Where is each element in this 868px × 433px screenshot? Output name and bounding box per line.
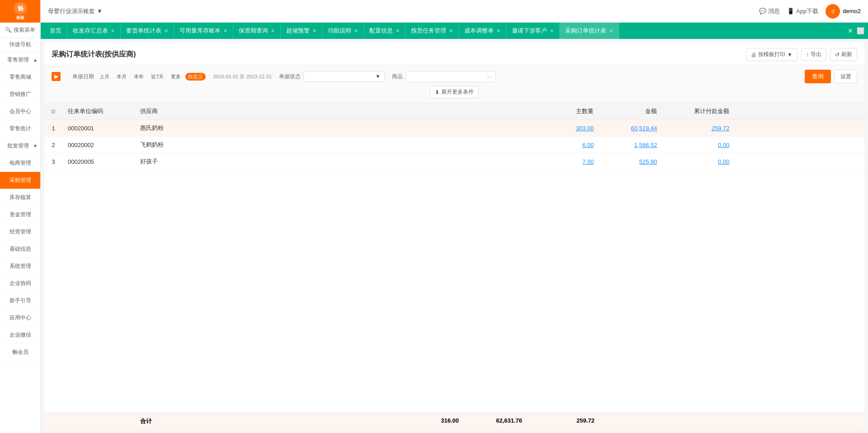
sidebar-item-retail-stat[interactable]: 零售统计: [0, 120, 40, 138]
tab-purchase-stat-close[interactable]: ✕: [609, 28, 613, 34]
tab-goods-stat-close[interactable]: ✕: [164, 28, 168, 34]
table-row: 3 00020005 好孩子 7.00 525.80 0.00: [44, 153, 864, 170]
row-2-supplier-name: 飞鹤奶粉: [135, 137, 545, 153]
tab-receive-pay-label: 收发存汇总表: [73, 27, 108, 35]
sidebar-purchase-label: 采购管理: [3, 176, 38, 184]
message-action[interactable]: 💬 消息: [759, 7, 780, 15]
sidebar-item-purchase[interactable]: 采购管理: [0, 172, 40, 189]
tab-pick-task[interactable]: 拣货任务管理 ✕: [406, 23, 459, 39]
filter-expand-toggle[interactable]: ▶: [52, 72, 61, 81]
row-1-paid: 259.72: [662, 120, 735, 137]
settings-button[interactable]: 设置: [835, 70, 857, 83]
table-row: 1 00020001 惠氏奶粉 303.00 60,519.44 259.72: [44, 120, 864, 137]
footer-label: 合计: [140, 417, 405, 425]
filter-goods-label: 商品: [392, 73, 403, 81]
tab-func-desc-close[interactable]: ✕: [354, 28, 358, 34]
tab-warranty[interactable]: 保质期查询 ✕: [233, 23, 281, 39]
sidebar-item-wholesale[interactable]: 批发管理 ▼: [0, 138, 40, 155]
col-extra-header: [735, 103, 864, 120]
tab-overstock[interactable]: 超储预警 ✕: [281, 23, 322, 39]
sidebar-item-membership[interactable]: 会员中心: [0, 103, 40, 120]
avatar: d: [826, 4, 840, 19]
date-btn-last-month[interactable]: 上月: [97, 72, 112, 81]
tab-cost-adj[interactable]: 成本调整单 ✕: [459, 23, 506, 39]
goods-input[interactable]: [410, 73, 487, 80]
row-1-supplier-name: 惠氏奶粉: [135, 120, 545, 137]
quick-nav-label: 快捷导航: [9, 41, 31, 48]
tab-overstock-close[interactable]: ✕: [312, 28, 316, 34]
tab-goods-stat-label: 要货单统计表: [126, 27, 161, 35]
date-custom-tag: 自定义: [185, 73, 206, 81]
tab-purchase-stat[interactable]: 采购订单统计表 ✕: [560, 23, 619, 39]
tab-pick-task-close[interactable]: ✕: [449, 28, 453, 34]
sidebar-item-retail-shop[interactable]: 零售商城: [0, 69, 40, 86]
tab-available-stock-close[interactable]: ✕: [223, 28, 227, 34]
date-btn-this-month[interactable]: 本月: [114, 72, 129, 81]
tab-warranty-close[interactable]: ✕: [271, 28, 275, 34]
template-dropdown-icon: ▼: [787, 52, 793, 58]
nav-tabs: 首页 收发存汇总表 ✕ 要货单统计表 ✕ 可用量库存账本 ✕ 保质期查询 ✕ 超…: [41, 23, 868, 39]
filter-goods-item: 商品 ···: [392, 71, 496, 82]
sidebar-marketing-label: 营销推广: [3, 90, 38, 98]
tab-home-label: 首页: [50, 27, 61, 35]
tab-config-label: 配置信息: [369, 27, 393, 35]
sidebar-item-enterprise[interactable]: 企业协同: [0, 275, 40, 292]
tab-available-stock[interactable]: 可用量库存账本 ✕: [174, 23, 233, 39]
expand-more-button[interactable]: ⬇ 展开更多条件: [430, 86, 479, 98]
date-btn-more[interactable]: 更多: [168, 72, 184, 81]
sidebar-item-wechat[interactable]: 企业微信: [0, 327, 40, 344]
sidebar-item-ecommerce[interactable]: 电商管理: [0, 155, 40, 172]
sidebar-item-ops[interactable]: 经营管理: [0, 224, 40, 241]
tab-cost-adj-close[interactable]: ✕: [496, 28, 500, 34]
sidebar-item-appstore[interactable]: 应用中心: [0, 309, 40, 327]
column-settings-icon[interactable]: ⚙: [50, 108, 57, 115]
message-label: 消息: [768, 7, 780, 15]
tab-func-desc[interactable]: 功能说明 ✕: [322, 23, 364, 39]
sidebar-quick-nav[interactable]: 快捷导航: [0, 38, 40, 52]
tab-invite[interactable]: 邀请下游客户 ✕: [506, 23, 560, 39]
search-button[interactable]: 查询: [805, 70, 831, 83]
row-2-index: 2: [44, 137, 62, 153]
date-btn-7days[interactable]: 近7天: [148, 72, 166, 81]
sidebar-item-marketing[interactable]: 营销推广: [0, 86, 40, 103]
message-icon: 💬: [759, 8, 766, 14]
workspace-selector[interactable]: 母婴行业演示账套 ▼: [48, 7, 103, 15]
tab-receive-pay[interactable]: 收发存汇总表 ✕: [67, 23, 121, 39]
tab-receive-pay-close[interactable]: ✕: [111, 28, 115, 34]
goods-more-icon[interactable]: ···: [487, 73, 492, 80]
row-1-index: 1: [44, 120, 62, 137]
goods-input-wrap[interactable]: ···: [406, 71, 496, 82]
tab-purchase-stat-label: 采购订单统计表: [565, 27, 606, 35]
tab-config[interactable]: 配置信息 ✕: [364, 23, 406, 39]
sidebar-retail-shop-label: 零售商城: [3, 73, 38, 81]
sidebar-item-inventory[interactable]: 库存核算: [0, 189, 40, 206]
date-btn-this-year[interactable]: 本年: [131, 72, 146, 81]
sidebar-search-item[interactable]: 🔍 搜索菜单: [0, 23, 40, 38]
tab-warranty-label: 保质期查询: [239, 27, 268, 35]
sidebar-item-member-plus[interactable]: 畅会员: [0, 344, 40, 361]
tab-close-all-icon[interactable]: ✕: [848, 27, 853, 34]
sidebar-item-basic[interactable]: 基础信息: [0, 241, 40, 258]
sidebar-basic-label: 基础信息: [3, 245, 38, 253]
status-select[interactable]: ▼: [303, 71, 385, 82]
sidebar-item-newbie[interactable]: 新手引导: [0, 292, 40, 309]
tab-config-close[interactable]: ✕: [396, 28, 400, 34]
export-button[interactable]: ↑ 导出: [801, 48, 826, 61]
row-3-extra: [735, 153, 864, 170]
app-download-action[interactable]: 📱 App下载: [787, 7, 818, 15]
tab-invite-close[interactable]: ✕: [550, 28, 554, 34]
tab-goods-stat[interactable]: 要货单统计表 ✕: [121, 23, 174, 39]
tab-maximize-icon[interactable]: ⬜: [857, 27, 864, 34]
tab-pick-task-label: 拣货任务管理: [411, 27, 446, 35]
user-area[interactable]: d demo2: [826, 4, 861, 19]
template-print-button[interactable]: 🖨 按模板打印 ▼: [746, 48, 797, 61]
refresh-button[interactable]: ↺ 刷新: [830, 48, 857, 61]
sidebar-item-finance[interactable]: 资金管理: [0, 206, 40, 224]
row-3-amount: 525.80: [599, 153, 662, 170]
sidebar-item-system[interactable]: 系统管理: [0, 258, 40, 275]
row-3-supplier-code: 00020005: [62, 153, 135, 170]
sidebar-item-retail[interactable]: 零售管理 ▲: [0, 52, 40, 69]
col-qty-header: 主数量: [545, 103, 599, 120]
logo-area: 畅 标版: [0, 0, 40, 23]
tab-home[interactable]: 首页: [44, 23, 67, 39]
